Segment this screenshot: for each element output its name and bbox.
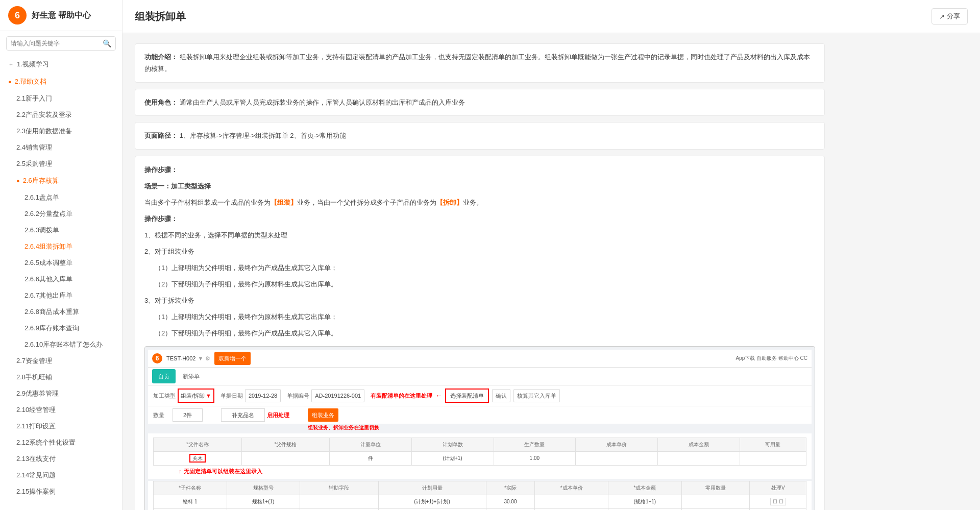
qty-value[interactable]: 2件 bbox=[173, 408, 203, 422]
sidebar-item-stocktake2[interactable]: 2.6.2分量盘点单 bbox=[0, 206, 122, 222]
annotation4-label: 无固定清单可以组装在这里录入 bbox=[184, 466, 262, 477]
main-header: 组装拆卸单 ↗ 分享 bbox=[122, 0, 980, 33]
logo-text: 好生意 帮助中心 bbox=[32, 10, 91, 21]
teal-btn[interactable]: 双新增一个 bbox=[214, 352, 251, 365]
th-avail: 可用量 bbox=[740, 438, 806, 451]
th-parent-spec: *父件规格 bbox=[241, 438, 330, 451]
sidebar-item-assembly[interactable]: 2.6.4组装拆卸单 bbox=[0, 238, 122, 255]
sidebar-item-docs[interactable]: ● 2.帮助文档 bbox=[0, 73, 122, 90]
td-parent-name: 关木 bbox=[154, 451, 242, 465]
sidebar-item-cases[interactable]: 2.15操作案例 bbox=[0, 483, 122, 500]
sidebar-item-install[interactable]: 2.2产品安装及登录 bbox=[0, 107, 122, 123]
type-value-box[interactable]: 组装/拆卸 ▼ bbox=[178, 388, 214, 403]
sidebar-item-cost-adj[interactable]: 2.6.5成本调整单 bbox=[0, 255, 122, 271]
search-box[interactable]: 🔍 bbox=[6, 36, 116, 51]
ops-title: 操作步骤： bbox=[144, 163, 815, 177]
qty-label: 数量 bbox=[153, 409, 164, 421]
step3: 3、对于拆装业务 bbox=[144, 294, 815, 307]
sidebar-item-purchase[interactable]: 2.5采购管理 bbox=[0, 156, 122, 172]
path-label: 页面路径： bbox=[144, 132, 178, 139]
sidebar-item-other-in[interactable]: 2.6.6其他入库单 bbox=[0, 271, 122, 287]
td-plan-qty: (计划+1) bbox=[411, 451, 494, 465]
scene1-desc: 当由多个子件材料组装成一个成品的业务为【组装】业务，当由一个父件拆分成多个子产品… bbox=[144, 196, 815, 209]
app-tab-add[interactable]: 新添单 bbox=[178, 369, 205, 383]
app-form-row-1: 加工类型 组装/拆卸 ▼ 单据日期 2019-12-28 单据编号 bbox=[153, 388, 806, 403]
th-plan-usage: 计划用量 bbox=[378, 481, 486, 495]
sidebar-item-online-pay[interactable]: 2.13在线支付 bbox=[0, 451, 122, 467]
step2-sub1: （1）上部明细为父件明细，最终作为产成品生成其它入库单； bbox=[144, 261, 815, 275]
app-action1[interactable]: 确认 bbox=[492, 389, 510, 402]
date-value[interactable]: 2019-12-28 bbox=[245, 389, 281, 402]
sidebar-item-video-label: 1.视频学习 bbox=[17, 60, 49, 69]
table-header-row-1: *父件名称 *父件规格 计量单位 计划单数 生产数量 成本单价 成本金额 可用量 bbox=[154, 438, 806, 451]
parent-name-input[interactable]: 关木 bbox=[189, 454, 206, 463]
table-header-row-2: *子件名称 规格型号 辅助字段 计划用量 *实际 *成本单价 *成本金额 零用数… bbox=[154, 481, 806, 495]
sidebar-item-faq[interactable]: 2.14常见问题 bbox=[0, 467, 122, 483]
td-rem-1 bbox=[681, 495, 750, 508]
annotation2-area: 组装业务 组装业务、拆卸业务在这里切换 bbox=[308, 408, 338, 422]
search-input[interactable] bbox=[11, 40, 103, 47]
ops-steps-sub-title: 操作步骤： bbox=[144, 212, 815, 226]
sidebar-item-sales[interactable]: 2.4销售管理 bbox=[0, 139, 122, 156]
td-cost-unit-1 bbox=[535, 495, 608, 508]
assembly-btn[interactable]: 选择装配清单 bbox=[445, 388, 489, 403]
scene1-title: 场景一：加工类型选择 bbox=[144, 182, 211, 190]
td-cost-unit bbox=[576, 451, 658, 465]
th-aux-field: 辅助字段 bbox=[300, 481, 378, 495]
td-process-1[interactable]: ☐ ☐ bbox=[750, 495, 806, 508]
expand-icon: ＋ bbox=[8, 61, 14, 68]
sidebar-item-stock-book[interactable]: 2.6.9库存账本查询 bbox=[0, 320, 122, 336]
sidebar-item-stocktake[interactable]: 2.6.1盘点单 bbox=[0, 189, 122, 206]
screenshot-area: 6 TEST-H002 ▼ ⚙ 双新增一个 App下载 自助服务 帮助中心 CC… bbox=[144, 346, 815, 510]
td-cost-amt bbox=[657, 451, 740, 465]
app-action2[interactable]: 核算其它入库单 bbox=[513, 389, 560, 402]
sidebar-item-print[interactable]: 2.11打印设置 bbox=[0, 418, 122, 434]
app-form-row-2: 数量 2件 补充品名 启用处理 组装业务 组装业务、拆卸业务在这里切换 bbox=[148, 406, 812, 424]
sidebar-item-stock-error[interactable]: 2.6.10库存账本错了怎么办 bbox=[0, 336, 122, 353]
logo-icon: 6 bbox=[8, 6, 27, 25]
form-group-date: 单据日期 2019-12-28 bbox=[220, 389, 281, 402]
annotation1-text: 有装配清单的在这里处理 bbox=[371, 390, 432, 401]
no-value[interactable]: AD-20191226-001 bbox=[311, 389, 364, 402]
dropdown-placeholder[interactable]: 补充品名 bbox=[221, 408, 265, 422]
path-text: 1、库存核算->库存管理->组装拆卸单 2、首页->常用功能 bbox=[180, 132, 347, 139]
annotation3-area: 补充品名 启用处理 bbox=[221, 408, 289, 422]
td-avail bbox=[740, 451, 806, 465]
sidebar-item-transfer[interactable]: 2.6.3调拨单 bbox=[0, 222, 122, 238]
form-group-type: 加工类型 组装/拆卸 ▼ bbox=[153, 388, 214, 403]
sidebar-item-mobile[interactable]: 2.8手机旺铺 bbox=[0, 369, 122, 385]
date-label: 单据日期 bbox=[220, 390, 243, 401]
assembly-switch-btn[interactable]: 组装业务 bbox=[308, 408, 338, 422]
app-tab-active[interactable]: 自贡 bbox=[152, 369, 176, 383]
share-button[interactable]: ↗ 分享 bbox=[932, 8, 968, 25]
sidebar: 6 好生意 帮助中心 🔍 ＋ 1.视频学习 ● 2.帮助文档 2.1新手入门 2… bbox=[0, 0, 122, 510]
share-label: 分享 bbox=[947, 12, 960, 21]
sidebar-item-other-out[interactable]: 2.6.7其他出库单 bbox=[0, 287, 122, 304]
type-label: 加工类型 bbox=[153, 390, 176, 401]
sidebar-item-docs-label: 2.帮助文档 bbox=[15, 77, 47, 86]
nav-section: ＋ 1.视频学习 ● 2.帮助文档 2.1新手入门 2.2产品安装及登录 2.3… bbox=[0, 56, 122, 500]
sidebar-item-manage[interactable]: 2.10经营管理 bbox=[0, 402, 122, 418]
sidebar-item-newbie[interactable]: 2.1新手入门 bbox=[0, 90, 122, 107]
th-parent-name: *父件名称 bbox=[154, 438, 242, 451]
th-process: 处理V bbox=[750, 481, 806, 495]
app-topbar: 6 TEST-H002 ▼ ⚙ 双新增一个 App下载 自助服务 帮助中心 CC bbox=[148, 350, 812, 368]
share-icon: ↗ bbox=[939, 13, 945, 20]
annotation3-text: 启用处理 bbox=[267, 409, 289, 421]
td-aux-1 bbox=[300, 495, 378, 508]
no-label: 单据编号 bbox=[287, 390, 309, 401]
process-btn-1[interactable]: ☐ ☐ bbox=[770, 498, 786, 505]
sidebar-item-cost-recalc[interactable]: 2.6.8商品成本重算 bbox=[0, 304, 122, 320]
main-area: 组装拆卸单 ↗ 分享 功能介绍： 组装拆卸单用来处理企业组装或拆卸等加工业务，支… bbox=[122, 0, 980, 510]
sidebar-item-data-prep[interactable]: 2.3使用前数据准备 bbox=[0, 123, 122, 139]
annotation1-area: 有装配清单的在这里处理 ← 选择装配清单 确认 核算其它入库单 bbox=[371, 388, 560, 403]
sidebar-item-customize[interactable]: 2.12系统个性化设置 bbox=[0, 434, 122, 451]
steps-card: 操作步骤： 场景一：加工类型选择 当由多个子件材料组装成一个成品的业务为【组装】… bbox=[135, 156, 825, 510]
sidebar-item-coupon[interactable]: 2.9优惠券管理 bbox=[0, 385, 122, 402]
sidebar-item-finance[interactable]: 2.7资金管理 bbox=[0, 353, 122, 369]
step2: 2、对于组装业务 bbox=[144, 245, 815, 258]
sidebar-item-video[interactable]: ＋ 1.视频学习 bbox=[0, 56, 122, 73]
table-row: 赣料 1 规格1+(1) (计划+1)+(计划) 30.00 (规格1+1) ☐… bbox=[154, 495, 806, 508]
th-plan-qty: 计划单数 bbox=[411, 438, 494, 451]
sidebar-item-inventory[interactable]: ● 2.6库存核算 bbox=[0, 172, 122, 189]
